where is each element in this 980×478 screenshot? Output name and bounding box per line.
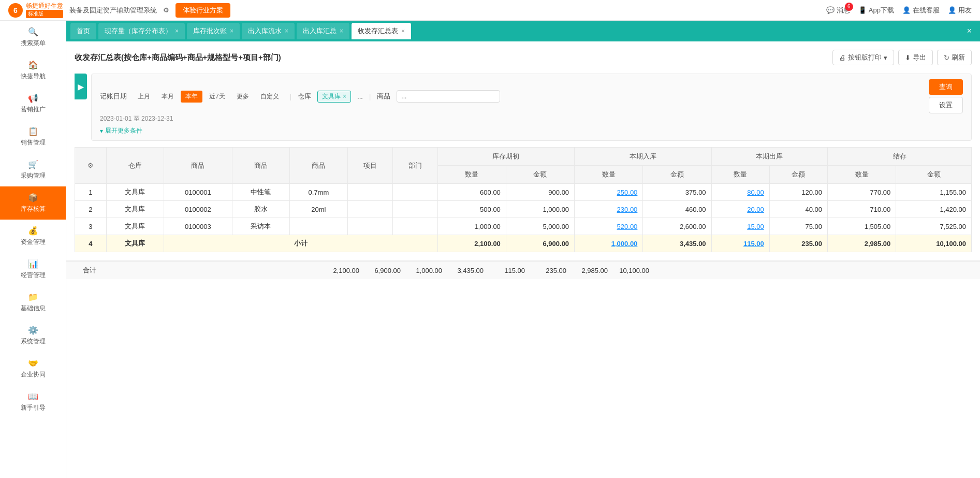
- col-closing-qty-header: 数量: [828, 166, 896, 184]
- date-btn-7days[interactable]: 近7天: [204, 91, 230, 103]
- trial-button[interactable]: 体验行业方案: [175, 3, 230, 18]
- cell-out-qty-2[interactable]: 20.00: [711, 201, 769, 218]
- total-in-qty: 1,000.00: [406, 267, 447, 274]
- sidebar-item-marketing[interactable]: 📢 营销推广: [0, 87, 66, 120]
- warehouse-more-dots[interactable]: ...: [357, 93, 363, 100]
- cell-in-amount-1: 375.00: [643, 184, 711, 201]
- col-goods-spec-header: 商品: [289, 148, 347, 184]
- cell-subtotal-out-amount: 235.00: [769, 235, 827, 252]
- cell-out-amount-2: 40.00: [769, 201, 827, 218]
- date-btn-custom[interactable]: 自定义: [256, 91, 284, 103]
- col-opening-qty-header: 数量: [437, 166, 506, 184]
- filter-divider: |: [290, 93, 291, 100]
- cell-opening-qty-2: 500.00: [437, 201, 506, 218]
- tab-batch-ledger-label: 库存批次账: [193, 26, 227, 36]
- tab-inout-summary[interactable]: 出入库汇总 ×: [297, 23, 349, 39]
- sidebar-item-cooperation[interactable]: 🤝 企业协同: [0, 352, 66, 385]
- tab-inventory-dist[interactable]: 现存量（库存分布表） ×: [98, 23, 185, 39]
- tab-inventory-dist-close[interactable]: ×: [175, 27, 179, 35]
- cell-closing-qty-1: 770.00: [828, 184, 896, 201]
- col-settings-header[interactable]: ⚙: [75, 148, 107, 184]
- query-button[interactable]: 查询: [929, 79, 963, 95]
- tab-recv-send-summary-close[interactable]: ×: [401, 27, 405, 35]
- page-title: 收发存汇总表(按仓库+商品编码+商品+规格型号+项目+部门): [75, 53, 281, 63]
- cell-out-qty-3[interactable]: 15.00: [711, 218, 769, 235]
- sidebar-item-finance[interactable]: 💰 资金管理: [0, 220, 66, 253]
- sidebar-item-operation[interactable]: 📊 经营管理: [0, 253, 66, 286]
- cell-in-qty-1[interactable]: 250.00: [575, 184, 643, 201]
- total-closing-qty: 2,985.00: [572, 267, 613, 274]
- expand-icon: ▾: [100, 127, 103, 135]
- label-badge: 标准版: [26, 10, 63, 18]
- date-btn-this-year[interactable]: 本年: [181, 91, 202, 103]
- goods-label: 商品: [377, 92, 390, 101]
- print-icon: 🖨: [839, 54, 846, 62]
- guide-icon: 📖: [28, 392, 38, 401]
- date-btn-this-month[interactable]: 本月: [157, 91, 179, 103]
- expand-conditions-button[interactable]: ▾ 展开更多条件: [100, 126, 963, 135]
- cell-subtotal-in-qty[interactable]: 1,000.00: [575, 235, 643, 252]
- expand-label: 展开更多条件: [105, 126, 142, 135]
- top-bar-right: 💬 消息 6 📱 App下载 👤 在线客服 👤 用友: [826, 6, 972, 15]
- date-options: 上月 本月 本年 近7天 更多 自定义: [133, 91, 284, 103]
- date-btn-more[interactable]: 更多: [232, 91, 254, 103]
- goods-dots: ...: [401, 93, 406, 100]
- page-actions: 🖨 按钮版打印 ▾ ⬇ 导出 ↻ 刷新: [832, 50, 972, 65]
- sidebar-item-basicinfo[interactable]: 📁 基础信息: [0, 286, 66, 319]
- export-button[interactable]: ⬇ 导出: [898, 50, 933, 65]
- cell-goods-code-1: 0100001: [164, 184, 232, 201]
- cell-closing-qty-2: 710.00: [828, 201, 896, 218]
- tab-batch-ledger-close[interactable]: ×: [230, 27, 233, 35]
- tab-recv-send-summary[interactable]: 收发存汇总表 ×: [352, 23, 411, 39]
- cell-in-amount-2: 460.00: [643, 201, 711, 218]
- cell-warehouse-2: 文具库: [106, 201, 164, 218]
- notification-icon[interactable]: 💬 消息 6: [826, 6, 850, 15]
- table-row: 1 文具库 0100001 中性笔 0.7mm 600.00 900.00: [75, 184, 972, 201]
- cell-in-qty-3[interactable]: 520.00: [575, 218, 643, 235]
- sidebar-item-quicknav[interactable]: 🏠 快捷导航: [0, 54, 66, 87]
- sidebar-item-system[interactable]: ⚙️ 系统管理: [0, 319, 66, 352]
- sidebar-label-system: 系统管理: [21, 337, 46, 346]
- print-button[interactable]: 🖨 按钮版打印 ▾: [832, 50, 894, 65]
- tab-inout-flow[interactable]: 出入库流水 ×: [242, 23, 295, 39]
- page-title-row: 收发存汇总表(按仓库+商品编码+商品+规格型号+项目+部门) 🖨 按钮版打印 ▾…: [75, 50, 972, 65]
- top-bar: 6 畅捷通好生意 标准版 装备及固定资产辅助管理系统 ⚙ 体验行业方案 💬 消息…: [0, 0, 980, 21]
- sidebar-item-sales[interactable]: 📋 销售管理: [0, 120, 66, 153]
- user-name: 用友: [958, 6, 972, 15]
- cell-goods-name-2: 胶水: [232, 201, 290, 218]
- goods-input[interactable]: ...: [397, 90, 500, 103]
- refresh-button[interactable]: ↻ 刷新: [937, 50, 972, 65]
- tab-home[interactable]: 首页: [70, 23, 96, 39]
- warehouse-tag-remove[interactable]: ×: [343, 93, 346, 100]
- sidebar-item-inventory[interactable]: 📦 库存核算: [0, 186, 66, 220]
- cell-project-1: [348, 184, 393, 201]
- sidebar-label-basicinfo: 基础信息: [21, 304, 46, 313]
- cell-dept-1: [392, 184, 437, 201]
- sidebar-item-purchase[interactable]: 🛒 采购管理: [0, 153, 66, 186]
- inventory-icon: 📦: [28, 193, 38, 202]
- sidebar-item-search[interactable]: 🔍 搜索菜单: [0, 21, 66, 54]
- settings-icon[interactable]: ⚙: [163, 6, 169, 14]
- data-table: ⚙ 仓库 商品 商品 商品 项目 部门 库存期初 本期入库 本期出库: [75, 147, 972, 252]
- cell-subtotal-out-qty[interactable]: 115.00: [711, 235, 769, 252]
- cell-out-qty-1[interactable]: 80.00: [711, 184, 769, 201]
- refresh-icon: ↻: [944, 54, 949, 62]
- sidebar-item-guide[interactable]: 📖 新手引导: [0, 385, 66, 418]
- refresh-label: 刷新: [952, 53, 965, 62]
- search-icon: 🔍: [28, 27, 38, 37]
- app-download-icon[interactable]: 📱 App下载: [858, 6, 894, 15]
- online-service-icon[interactable]: 👤 在线客服: [902, 6, 940, 15]
- tab-batch-ledger[interactable]: 库存批次账 ×: [187, 23, 240, 39]
- warehouse-tag-value: 文具库: [322, 92, 341, 101]
- table-row: 2 文具库 0100002 胶水 20ml 500.00 1,000.00: [75, 201, 972, 218]
- filter-collapse-button[interactable]: ▶: [75, 74, 87, 99]
- cell-opening-amount-1: 900.00: [506, 184, 574, 201]
- settings-button[interactable]: 设置: [929, 97, 963, 113]
- tab-inout-flow-close[interactable]: ×: [285, 27, 288, 35]
- date-btn-last-month[interactable]: 上月: [133, 91, 155, 103]
- cell-in-qty-2[interactable]: 230.00: [575, 201, 643, 218]
- user-icon[interactable]: 👤 用友: [948, 6, 972, 15]
- cell-rownum-2: 2: [75, 201, 107, 218]
- tab-bar-close[interactable]: ×: [963, 26, 976, 36]
- tab-inout-summary-close[interactable]: ×: [340, 27, 343, 35]
